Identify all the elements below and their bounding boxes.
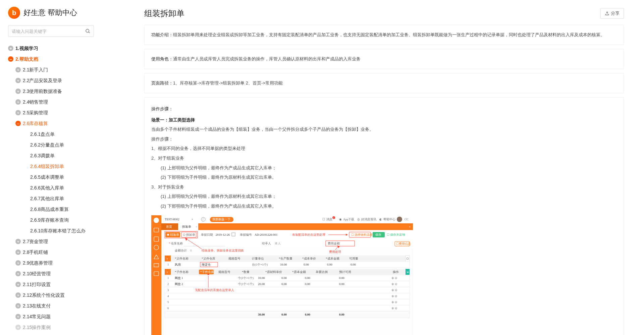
svg-text:无配送清单的直接在这里录入: 无配送清单的直接在这里录入 bbox=[195, 288, 234, 292]
svg-text:App下载: App下载 bbox=[343, 218, 355, 221]
nav-item-2-14[interactable]: +2.14常见问题 bbox=[8, 311, 94, 322]
nav-item-2-13[interactable]: +2.13在线支付 bbox=[8, 300, 94, 311]
nav-item-2-6-1[interactable]: 2.6.1盘点单 bbox=[8, 129, 94, 139]
svg-text:1: 1 bbox=[167, 263, 169, 266]
svg-rect-141 bbox=[165, 293, 410, 299]
plus-icon: + bbox=[15, 99, 21, 105]
svg-text:*成本金额: *成本金额 bbox=[326, 257, 339, 260]
svg-text:6: 6 bbox=[167, 306, 169, 310]
nav-item-2-5[interactable]: +2.5采购管理 bbox=[8, 107, 94, 118]
nav-item-2-3[interactable]: +2.3使用前数据准备 bbox=[8, 86, 94, 97]
svg-rect-144 bbox=[165, 299, 410, 305]
svg-text:操作: 操作 bbox=[393, 270, 399, 274]
search-input[interactable] bbox=[8, 25, 94, 37]
path-label: 页面路径： bbox=[151, 80, 173, 86]
svg-text:*数量: *数量 bbox=[242, 270, 250, 274]
nav-item-2-6-4[interactable]: 2.6.4组装拆卸单 bbox=[8, 161, 94, 172]
brand-logo-icon: b bbox=[8, 7, 20, 19]
svg-text:*原本金额: *原本金额 bbox=[292, 270, 306, 274]
svg-text:☐: ☐ bbox=[387, 233, 389, 236]
svg-text:⊕ ⊖: ⊕ ⊖ bbox=[391, 306, 397, 310]
plus-icon: + bbox=[15, 282, 21, 287]
svg-text:帮助中心: 帮助中心 bbox=[383, 218, 395, 221]
step-2: 2、对于组装业务 bbox=[151, 154, 617, 163]
nav-item-2-6-6[interactable]: 2.6.6其他入库单 bbox=[8, 182, 94, 193]
svg-rect-90 bbox=[406, 256, 410, 262]
svg-text:◎: ◎ bbox=[357, 218, 360, 221]
svg-text:单据编号: 单据编号 bbox=[240, 233, 252, 236]
nav-item-2-1[interactable]: +2.1新手入门 bbox=[8, 64, 94, 75]
step-2b: (2) 下部明细为子件明细，最终作为原材料生成其它出库单。 bbox=[151, 173, 617, 182]
svg-text:费用处理: 费用处理 bbox=[329, 250, 341, 254]
svg-text:拆装单: 拆装单 bbox=[182, 225, 191, 228]
nav-item-2-6-5[interactable]: 2.6.5成本调整单 bbox=[8, 172, 94, 182]
nav-item-2-6-8[interactable]: 2.6.8商品成本重算 bbox=[8, 204, 94, 215]
svg-text:费用金额: 费用金额 bbox=[328, 242, 340, 245]
nav-item-2-11[interactable]: +2.11打印设置 bbox=[8, 279, 94, 290]
svg-text:个(1个=1个): 个(1个=1个) bbox=[238, 282, 254, 286]
share-button[interactable]: 分享 bbox=[600, 8, 624, 19]
embedded-screenshot: TEST-H002 ▾ ? 我要换版一下 ☐ 消息0 ◉ App下载 ◎ 好消息… bbox=[151, 215, 413, 335]
svg-text:☐: ☐ bbox=[351, 233, 354, 236]
nav-item-video[interactable]: +1.视频学习 bbox=[8, 43, 94, 54]
svg-text:10.00: 10.00 bbox=[280, 263, 287, 266]
svg-text:2: 2 bbox=[167, 282, 169, 286]
plus-icon: + bbox=[8, 46, 13, 51]
nav-item-2-6-10[interactable]: 2.6.10库存账本错了怎么办 bbox=[8, 225, 94, 236]
svg-text:单要比例: 单要比例 bbox=[316, 270, 328, 274]
svg-text:▾: ▾ bbox=[192, 218, 193, 221]
svg-text:2019-12-26: 2019-12-26 bbox=[216, 233, 230, 236]
svg-text:0.00: 0.00 bbox=[305, 276, 310, 280]
svg-text:拆卸单: 拆卸单 bbox=[186, 233, 195, 236]
svg-text:规格型号: 规格型号 bbox=[228, 257, 240, 260]
nav-item-2-6-2[interactable]: 2.6.2分量盘点单 bbox=[8, 139, 94, 150]
svg-text:0.00: 0.00 bbox=[281, 276, 287, 280]
plus-icon: + bbox=[15, 303, 21, 309]
intro-card: 功能介绍：组装拆卸单用来处理企业组装或拆卸等加工业务，支持有固定装配清单的产品加… bbox=[144, 25, 624, 45]
plus-icon: + bbox=[15, 325, 21, 330]
nav-item-2-2[interactable]: +2.2产品安装及登录 bbox=[8, 75, 94, 86]
nav-item-2-12[interactable]: +2.12系统个性化设置 bbox=[8, 290, 94, 300]
svg-text:⊕ ⊖: ⊕ ⊖ bbox=[391, 288, 397, 292]
nav-item-2-6-9[interactable]: 2.6.9库存账本查询 bbox=[8, 215, 94, 225]
nav-item-2-9[interactable]: +2.9优惠券管理 bbox=[8, 258, 94, 268]
svg-text:保存: 保存 bbox=[375, 233, 381, 236]
nav-item-docs[interactable]: –2.帮助文档 bbox=[8, 54, 94, 64]
nav-item-2-4[interactable]: +2.4销售管理 bbox=[8, 97, 94, 107]
step-3b: (2) 下部明细为子件明细，最终作为产成品生成其它入库单。 bbox=[151, 202, 617, 211]
svg-text:*原材料单价: *原材料单价 bbox=[265, 270, 282, 274]
svg-point-28 bbox=[397, 217, 402, 222]
svg-text:0.00: 0.00 bbox=[304, 263, 309, 266]
svg-rect-147 bbox=[165, 305, 410, 311]
plus-icon: + bbox=[15, 110, 21, 115]
svg-text:◉: ◉ bbox=[339, 218, 342, 221]
svg-text:0.00: 0.00 bbox=[339, 282, 344, 286]
path-card: 页面路径：1、库存核算->库存管理->组装拆卸单 2、首页->常用功能 bbox=[144, 73, 624, 93]
nav-item-2-6-3[interactable]: 2.6.3调拨单 bbox=[8, 150, 94, 161]
nav-item-2-15[interactable]: +2.15操作案例 bbox=[8, 322, 94, 333]
svg-text:30.00: 30.00 bbox=[258, 313, 265, 316]
svg-text:*子件名称: *子件名称 bbox=[175, 270, 189, 274]
svg-point-0 bbox=[86, 29, 89, 32]
plus-icon: + bbox=[15, 271, 21, 276]
svg-text:组装业务、拆卸业务在这里切换: 组装业务、拆卸业务在这里切换 bbox=[202, 249, 244, 252]
svg-text:选择物料清单: 选择物料清单 bbox=[355, 233, 373, 236]
svg-text:×: × bbox=[409, 225, 411, 228]
svg-text:◐: ◐ bbox=[379, 218, 382, 221]
nav-item-2-8[interactable]: +2.8手机旺铺 bbox=[8, 247, 94, 258]
nav-item-2-10[interactable]: +2.10经营管理 bbox=[8, 268, 94, 279]
step-1: 1、根据不同的业务，选择不同单据的类型来处理 bbox=[151, 144, 617, 154]
svg-text:*成本单价: *成本单价 bbox=[302, 257, 316, 260]
plus-icon: + bbox=[15, 78, 21, 83]
intro-label: 功能介绍： bbox=[151, 32, 173, 37]
nav-item-2-6-7[interactable]: 2.6.7其他出库单 bbox=[8, 193, 94, 204]
step-3a: (1) 上部明细为父件明细，最终作为原材料生成其它出库单； bbox=[151, 192, 617, 202]
plus-icon: + bbox=[15, 67, 21, 72]
scene1-title: 场景一：加工类型选择 bbox=[151, 115, 617, 125]
page-title: 组装拆卸单 bbox=[144, 8, 184, 19]
nav-tree: +1.视频学习 –2.帮助文档 +2.1新手入门 +2.2产品安装及登录 +2.… bbox=[8, 43, 94, 333]
svg-text:金额合计: 金额合计 bbox=[175, 249, 187, 252]
nav-item-2-7[interactable]: +2.7资金管理 bbox=[8, 236, 94, 247]
nav-item-2-6[interactable]: –2.6库存核算 bbox=[8, 118, 94, 129]
plus-icon: + bbox=[15, 249, 21, 255]
